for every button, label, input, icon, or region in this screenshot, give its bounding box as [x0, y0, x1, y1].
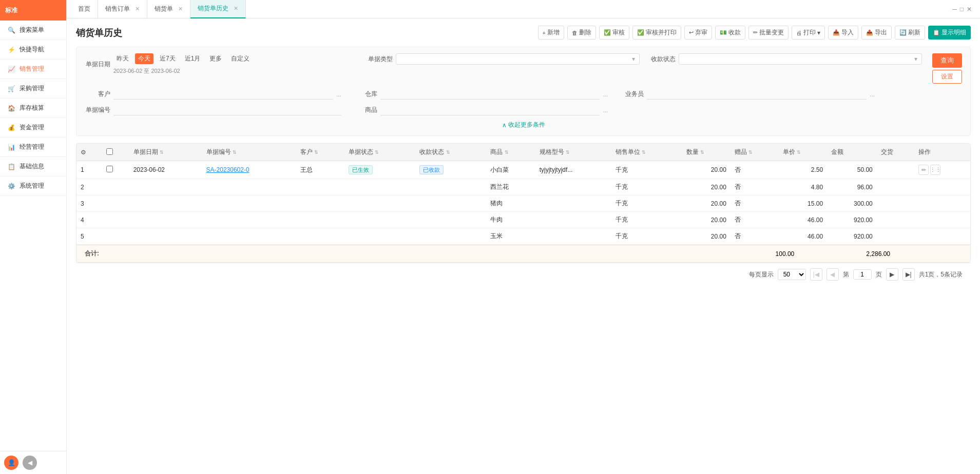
cell-doc-no-1[interactable]	[202, 179, 296, 195]
tab-home[interactable]: 首页	[71, 0, 98, 18]
customer-dots-btn[interactable]: ...	[336, 91, 341, 98]
window-controls: ─ □ ✕	[952, 6, 976, 13]
filter-warehouse-input[interactable]	[380, 89, 600, 100]
date-tab-yesterday[interactable]: 昨天	[113, 53, 132, 64]
filter-collect-status-select[interactable]: ▾	[679, 53, 922, 65]
filter-customer-input[interactable]	[113, 89, 333, 100]
col-goods[interactable]: 商品 ⇅	[486, 144, 535, 161]
page-prev-btn[interactable]: ◀	[827, 268, 839, 281]
cell-doc-no-3[interactable]	[202, 212, 296, 228]
col-doc-status[interactable]: 单据状态 ⇅	[344, 144, 415, 161]
page-number-input[interactable]	[853, 269, 872, 280]
col-unit[interactable]: 销售单位 ⇅	[611, 144, 682, 161]
col-collect-status[interactable]: 收款状态 ⇅	[415, 144, 486, 161]
col-qty[interactable]: 数量 ⇅	[682, 144, 731, 161]
goods-dots-btn[interactable]: ...	[603, 107, 608, 114]
cell-doc-no-2[interactable]	[202, 195, 296, 212]
print-button[interactable]: 🖨 打印 ▾	[792, 26, 825, 40]
collapse-row: ∧ 收起更多条件	[85, 121, 962, 129]
minimize-btn[interactable]: ─	[952, 6, 957, 13]
delete-button[interactable]: 🗑 删除	[567, 26, 596, 40]
select-all-checkbox[interactable]	[106, 148, 113, 155]
cell-doc-no-4[interactable]	[202, 228, 296, 245]
review-print-button[interactable]: ✅ 审核并打印	[632, 26, 681, 40]
col-spec[interactable]: 规格型号 ⇅	[535, 144, 611, 161]
export-button[interactable]: 📤 导出	[861, 26, 892, 40]
cell-checkbox-3[interactable]	[102, 212, 129, 228]
sidebar-item-quick-nav[interactable]: ⚡ 快捷导航	[0, 40, 66, 60]
cell-collect-status-3	[415, 212, 486, 228]
col-doc-date[interactable]: 单据日期 ⇅	[129, 144, 202, 161]
tab-sales-goods[interactable]: 销货单 ✕	[147, 0, 190, 18]
filter-doc-type-select[interactable]: ▾	[396, 53, 639, 65]
sidebar-item-basic-info[interactable]: 📋 基础信息	[0, 157, 66, 176]
review-button[interactable]: ✅ 审核	[599, 26, 629, 40]
col-doc-no[interactable]: 单据编号 ⇅	[202, 144, 296, 161]
date-tab-more[interactable]: 更多	[206, 53, 225, 64]
date-tab-1month[interactable]: 近1月	[182, 53, 204, 64]
add-button[interactable]: + 新增	[538, 26, 564, 40]
col-price[interactable]: 单价 ⇅	[779, 144, 827, 161]
col-customer[interactable]: 客户 ⇅	[296, 144, 344, 161]
close-btn[interactable]: ✕	[967, 6, 972, 13]
show-detail-button[interactable]: 📋 显示明细	[928, 26, 971, 40]
cell-doc-no-0[interactable]: SA-20230602-0	[202, 161, 296, 179]
tab-close-sales-goods[interactable]: ✕	[178, 6, 183, 12]
refresh-button[interactable]: 🔄 刷新	[895, 26, 925, 40]
cell-doc-status-1	[344, 179, 415, 195]
page-next-btn[interactable]: ▶	[886, 268, 898, 281]
sidebar-item-search-menu[interactable]: 🔍 搜索菜单	[0, 21, 66, 40]
filter-warehouse-label: 仓库	[352, 90, 377, 98]
edit-btn[interactable]: ✏	[918, 165, 929, 175]
col-settings[interactable]: ⚙	[76, 144, 102, 161]
tab-close-sales-order[interactable]: ✕	[135, 6, 140, 12]
cell-checkbox-0[interactable]	[102, 161, 129, 179]
date-tab-today[interactable]: 今天	[135, 53, 153, 64]
page-last-btn[interactable]: ▶|	[902, 268, 915, 281]
import-icon: 📥	[833, 29, 840, 36]
table-row: 4 牛肉 千克 20.00 否 46.00 920.00	[76, 212, 970, 228]
discard-button[interactable]: ↩ 弃审	[684, 26, 712, 40]
date-tab-custom[interactable]: 自定义	[228, 53, 253, 64]
warehouse-dots-btn[interactable]: ...	[603, 91, 608, 98]
sidebar-item-inventory-calc[interactable]: 🏠 库存核算	[0, 98, 66, 118]
page-first-btn[interactable]: |◀	[810, 268, 822, 281]
col-transaction: 交货	[877, 144, 914, 161]
tab-sales-order[interactable]: 销售订单 ✕	[98, 0, 147, 18]
sidebar-collapse-btn[interactable]: ◀	[23, 456, 37, 470]
sidebar-user-btn[interactable]: 👤	[4, 456, 18, 470]
col-checkbox[interactable]	[102, 144, 129, 161]
salesperson-dots-btn[interactable]: ...	[870, 91, 875, 98]
sidebar-item-sales-mgmt[interactable]: 📈 销售管理	[0, 60, 66, 79]
col-gift[interactable]: 赠品 ⇅	[731, 144, 779, 161]
filter-salesperson-input[interactable]	[647, 89, 867, 100]
cell-doc-status-2	[344, 195, 415, 212]
collect-button[interactable]: 💵 收款	[715, 26, 745, 40]
page-size-select[interactable]: 50 10 20 100	[778, 269, 806, 280]
cell-checkbox-1[interactable]	[102, 179, 129, 195]
sidebar-item-purchase-mgmt[interactable]: 🛒 采购管理	[0, 79, 66, 98]
doc-no-link[interactable]: SA-20230602-0	[206, 166, 249, 173]
filter-goods-input[interactable]	[380, 105, 600, 115]
purchase-icon: 🛒	[7, 85, 15, 93]
date-tab-7days[interactable]: 近7天	[157, 53, 179, 64]
more-btn[interactable]: ⋮⋮	[930, 165, 940, 175]
batch-change-button[interactable]: ✏ 批量变更	[748, 26, 789, 40]
tab-sales-history[interactable]: 销货单历史 ✕	[190, 0, 246, 18]
doc-status-badge: 已生效	[349, 165, 373, 174]
sidebar-item-system-mgmt[interactable]: ⚙️ 系统管理	[0, 176, 66, 196]
maximize-btn[interactable]: □	[960, 6, 964, 13]
cell-unit-4: 千克	[611, 228, 682, 245]
collapse-button[interactable]: ∧ 收起更多条件	[502, 121, 545, 129]
sidebar-item-finance-mgmt[interactable]: 💰 资金管理	[0, 118, 66, 137]
cell-checkbox-4[interactable]	[102, 228, 129, 245]
cell-spec-4	[535, 228, 611, 245]
query-button[interactable]: 查询	[932, 53, 962, 68]
sidebar-item-operations-mgmt[interactable]: 📊 经营管理	[0, 137, 66, 157]
cell-checkbox-2[interactable]	[102, 195, 129, 212]
filter-doc-no-input[interactable]	[113, 105, 341, 115]
import-button[interactable]: 📥 导入	[828, 26, 858, 40]
settings-button[interactable]: 设置	[932, 70, 962, 84]
cell-unit-1: 千克	[611, 179, 682, 195]
tab-close-sales-history[interactable]: ✕	[234, 5, 238, 12]
